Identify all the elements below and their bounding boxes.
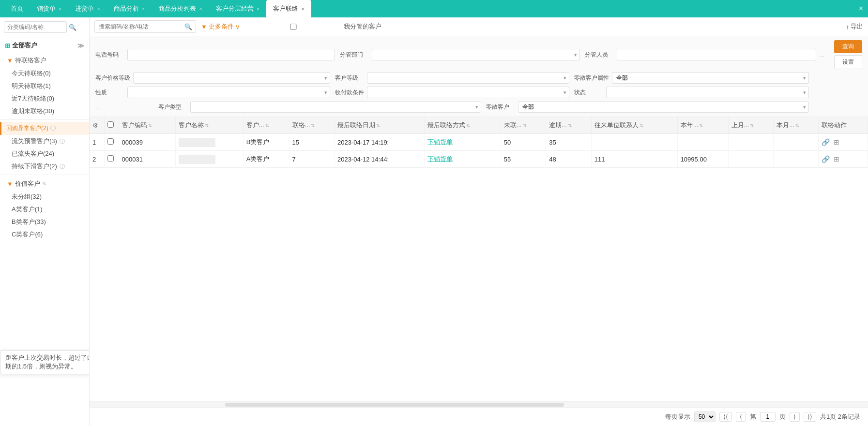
customer-grade-select[interactable] bbox=[367, 72, 570, 84]
table-settings-icon[interactable]: ⚙ bbox=[92, 122, 98, 129]
nav-sales-order-close[interactable]: × bbox=[59, 6, 61, 12]
sort-lastmonth-icon[interactable]: ⇅ bbox=[750, 123, 754, 128]
first-page-button[interactable]: ⟨⟨ bbox=[719, 412, 732, 422]
nav-purchase-close[interactable]: × bbox=[97, 6, 100, 12]
ungrouped[interactable]: 未分组(32) bbox=[0, 191, 89, 203]
per-page-select[interactable]: 50 bbox=[694, 411, 716, 422]
tomorrow-pending[interactable]: 明天待联络(1) bbox=[0, 80, 89, 92]
search-button[interactable]: 🔍 bbox=[184, 23, 192, 30]
manager-more-icon[interactable]: ... bbox=[819, 51, 824, 59]
sort-overdue-icon[interactable]: ⇅ bbox=[568, 123, 572, 128]
extra-more-icon[interactable]: ... bbox=[95, 103, 101, 111]
search-input[interactable] bbox=[94, 20, 196, 33]
advanced-filter: 电话号码 分管部门 分管人员 ... 查询 设置 bbox=[90, 36, 868, 117]
status-select[interactable] bbox=[606, 87, 809, 98]
dept-select[interactable] bbox=[372, 49, 579, 60]
sort-date-icon[interactable]: ⇅ bbox=[376, 123, 380, 128]
last-page-button[interactable]: ⟩⟩ bbox=[804, 412, 816, 422]
abnormal-repurchase[interactable]: 回购异常客户(2) ⓘ bbox=[0, 122, 89, 135]
window-close-button[interactable]: × bbox=[859, 4, 863, 13]
class-c[interactable]: C类客户(6) bbox=[0, 228, 89, 241]
my-customers-checkbox[interactable] bbox=[245, 24, 342, 30]
retail-attr-select[interactable]: 全部 bbox=[612, 72, 809, 84]
payment-select[interactable] bbox=[367, 87, 570, 98]
declining-info-icon[interactable]: ⓘ bbox=[60, 163, 65, 169]
row1-link-icon[interactable]: 🔗 bbox=[822, 138, 830, 146]
nav-sales-order[interactable]: 销货单 × bbox=[30, 0, 68, 17]
abnormal-info-icon[interactable]: ⓘ bbox=[50, 125, 56, 132]
sort-year-icon[interactable]: ⇅ bbox=[699, 123, 703, 128]
settings-col-header[interactable]: ⚙ bbox=[90, 117, 104, 134]
customer-grade-select-wrapper bbox=[367, 72, 570, 84]
row2-type: A类客户 bbox=[243, 151, 289, 168]
row1-last-method[interactable]: 下销货单 bbox=[425, 134, 501, 151]
settings-button[interactable]: 设置 bbox=[834, 55, 862, 69]
row1-method-link[interactable]: 下销货单 bbox=[427, 138, 453, 146]
nav-customer-contact[interactable]: 客户联络 × bbox=[266, 0, 311, 17]
my-customers-checkbox-label[interactable]: 我分管的客户 bbox=[245, 22, 381, 31]
sort-code-icon[interactable]: ⇅ bbox=[148, 123, 152, 128]
retail-customer-select[interactable]: 全部 bbox=[518, 101, 809, 113]
nav-product-list-close[interactable]: × bbox=[199, 6, 202, 12]
class-b[interactable]: B类客户(33) bbox=[0, 216, 89, 228]
overdue-uncontacted[interactable]: 逾期未联络(30) bbox=[0, 105, 89, 118]
chevron-icon: ∨ bbox=[235, 23, 240, 30]
pending-contact-group[interactable]: ▼ 待联络客户 bbox=[0, 54, 89, 67]
row2-link-icon[interactable]: 🔗 bbox=[822, 155, 830, 163]
horizontal-scrollbar[interactable] bbox=[90, 401, 868, 407]
sidebar-collapse-icon[interactable]: ≫ bbox=[77, 42, 84, 49]
nav-contact-close[interactable]: × bbox=[301, 6, 304, 12]
manager-input[interactable] bbox=[617, 49, 816, 60]
row1-type: B类客户 bbox=[243, 134, 289, 151]
row2-last-method[interactable]: 下销货单 bbox=[425, 151, 501, 168]
lost-preview-info-icon[interactable]: ⓘ bbox=[60, 138, 65, 144]
value-edit-icon[interactable]: ✎ bbox=[42, 181, 46, 187]
dept-select-wrapper bbox=[372, 49, 579, 60]
gender-select[interactable] bbox=[127, 87, 330, 98]
prev-page-button[interactable]: ⟨ bbox=[736, 412, 746, 422]
phone-input[interactable] bbox=[127, 49, 335, 60]
nav-product-analysis-list[interactable]: 商品分析列表 × bbox=[152, 0, 209, 17]
sort-thismonth-icon[interactable]: ⇅ bbox=[795, 123, 799, 128]
table-row: 1 000039 ████ B类客户 15 2023-04-17 14:19: … bbox=[90, 134, 868, 151]
customer-type-select[interactable] bbox=[190, 101, 481, 113]
select-all-checkbox[interactable] bbox=[107, 121, 114, 128]
row2-method-link[interactable]: 下销货单 bbox=[427, 155, 453, 162]
row2-checkbox[interactable] bbox=[104, 151, 119, 168]
scrollbar-thumb[interactable] bbox=[225, 403, 564, 407]
all-customers-header[interactable]: ⊞ 全部客户 ≫ bbox=[0, 37, 89, 54]
value-customers-group[interactable]: ▼ 价值客户 ✎ bbox=[0, 177, 89, 191]
export-button[interactable]: ↑ 导出 bbox=[846, 22, 864, 31]
row1-qr-icon[interactable]: ⊞ bbox=[834, 138, 839, 146]
nav-purchase-order[interactable]: 进货单 × bbox=[68, 0, 107, 17]
more-conditions-btn[interactable]: ▼ 更多条件 ∨ bbox=[201, 22, 240, 31]
price-grade-select[interactable] bbox=[133, 72, 330, 84]
week-pending[interactable]: 近7天待联络(0) bbox=[0, 92, 89, 105]
nav-tiering-close[interactable]: × bbox=[257, 6, 259, 12]
nav-product-analysis-close[interactable]: × bbox=[142, 6, 145, 12]
sort-method-icon[interactable]: ⇅ bbox=[466, 123, 470, 128]
nav-product-analysis[interactable]: 商品分析 × bbox=[107, 0, 152, 17]
sort-name-icon[interactable]: ⇅ bbox=[205, 123, 209, 128]
sidebar-search-icon[interactable]: 🔍 bbox=[69, 24, 76, 31]
next-page-button[interactable]: ⟩ bbox=[790, 412, 800, 422]
page-number-input[interactable] bbox=[760, 412, 776, 422]
sort-uncontacted-icon[interactable]: ⇅ bbox=[523, 123, 527, 128]
retail-attr-field: 零散客户属性 全部 bbox=[574, 72, 809, 84]
lost-preview[interactable]: 流失预警客户(3) ⓘ bbox=[0, 135, 89, 147]
sort-type-icon[interactable]: ⇅ bbox=[265, 123, 269, 128]
row1-select-checkbox[interactable] bbox=[107, 138, 114, 145]
sort-contact-icon[interactable]: ⇅ bbox=[311, 123, 315, 128]
nav-home[interactable]: 首页 bbox=[4, 0, 30, 17]
row2-qr-icon[interactable]: ⊞ bbox=[834, 155, 839, 163]
declining-customers[interactable]: 持续下滑客户(2) ⓘ bbox=[0, 160, 89, 173]
sort-unit-icon[interactable]: ⇅ bbox=[640, 123, 643, 128]
row1-checkbox[interactable] bbox=[104, 134, 119, 151]
nav-customer-tiering[interactable]: 客户分层经营 × bbox=[209, 0, 266, 17]
lost-customers[interactable]: 已流失客户(24) bbox=[0, 147, 89, 160]
row2-select-checkbox[interactable] bbox=[107, 155, 114, 162]
query-button[interactable]: 查询 bbox=[834, 40, 862, 53]
sidebar-search-input[interactable] bbox=[4, 21, 67, 33]
today-pending[interactable]: 今天待联络(0) bbox=[0, 67, 89, 80]
class-a[interactable]: A类客户(1) bbox=[0, 203, 89, 216]
